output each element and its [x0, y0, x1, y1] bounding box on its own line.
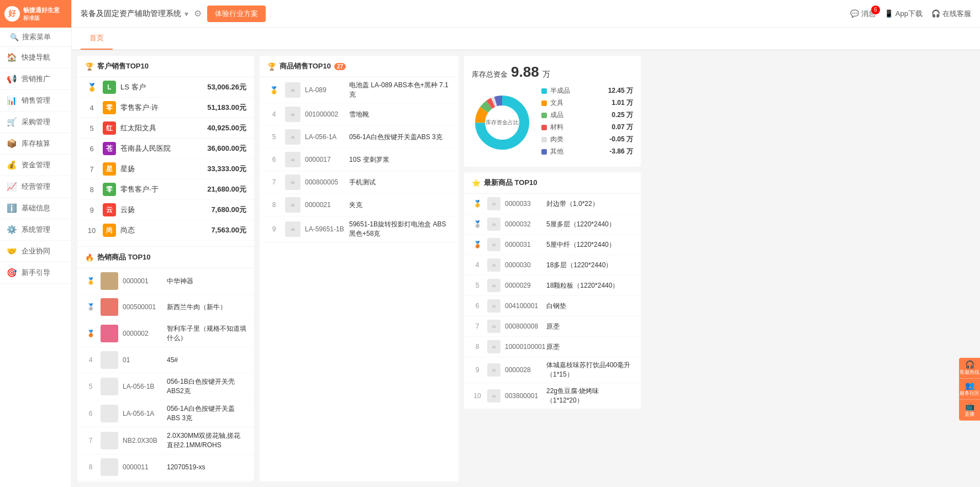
sidebar-item-guide[interactable]: 🎯 新手引导	[0, 262, 71, 284]
message-button[interactable]: 💬 消息 6	[850, 9, 876, 19]
customer-service-button[interactable]: 🎧 客服热线	[959, 358, 980, 379]
rank-medal: 🥈	[472, 220, 483, 228]
product-thumbnail	[101, 405, 118, 422]
product-thumbnail	[101, 351, 118, 369]
newest-products-header: ⭐ 最新商品 TOP10	[464, 172, 641, 194]
list-item: 4 Ai 001000002 雪地靴	[260, 103, 459, 126]
message-badge: 6	[871, 6, 880, 14]
list-item: 4 01 45#	[77, 347, 254, 373]
product-thumbnail: Ai	[285, 197, 301, 213]
sidebar-item-purchase[interactable]: 🛒 采购管理	[0, 112, 71, 133]
basic-info-icon: ℹ️	[7, 203, 17, 213]
newest-products-list: 🥇 Ai 0000033 封边带（1.0*22） 🥈 Ai 0000032 5厘…	[464, 194, 641, 409]
service-community-button[interactable]: 👥 服务社区	[959, 379, 980, 400]
product-thumbnail: Ai	[487, 279, 500, 292]
app-logo: 好 畅捷通好生意 标准版	[0, 0, 71, 28]
logo-icon: 好	[4, 6, 20, 22]
rank-medal: 🥇	[85, 277, 96, 285]
customer-ranking-panel: 🏆 客户销售TOP10 🥇 L LS 客户 53,006.26元 4 零	[77, 56, 254, 481]
product-sales-panel: 🏆 商品销售TOP10 27 🥇 Ai LA-089 电池盖 LA-089 AB…	[260, 56, 459, 481]
rank-num: 6	[85, 145, 98, 153]
sidebar-item-system[interactable]: ⚙️ 系统管理	[0, 219, 71, 241]
rank-num: 5	[85, 124, 98, 133]
inventory-panel: 库存总资金 9.88 万	[464, 56, 641, 167]
legend-item: 材料 0.07 万	[541, 123, 633, 132]
sidebar-item-operations[interactable]: 📈 经营管理	[0, 176, 71, 198]
list-item: 8 Ai 10000100001 原垄	[464, 337, 641, 357]
list-item: 7 Ai 000800008 原垄	[464, 316, 641, 337]
rank-num: 9	[85, 206, 98, 214]
list-item: 🥈 000500001 新西兰牛肉（新牛）	[77, 294, 254, 320]
list-item: 9 Ai 0000028 体城嘉枝味苏打饮品400毫升（1*15）	[464, 357, 641, 383]
legend-item: 肉类 -0.05 万	[541, 135, 633, 144]
rank-num: 7	[267, 178, 281, 186]
guide-icon: 🎯	[7, 268, 17, 278]
list-item: 🥈 Ai 0000032 5厘多层（1220*2440）	[464, 214, 641, 235]
sidebar-item-home[interactable]: 🏠 快捷导航	[0, 47, 71, 68]
sidebar-item-finance[interactable]: 💰 资金管理	[0, 155, 71, 176]
rank-num: 10	[85, 226, 98, 235]
list-item: 🥇 Ai LA-089 电池盖 LA-089 ABS本色+黑种 7.1克	[260, 77, 459, 103]
legend-item: 成品 0.25 万	[541, 110, 633, 120]
legend-dot	[541, 149, 547, 155]
sidebar-item-collab[interactable]: 🤝 企业协同	[0, 241, 71, 262]
content-body: 🏆 客户销售TOP10 🥇 L LS 客户 53,006.26元 4 零	[72, 50, 980, 487]
avatar: 苍	[103, 142, 116, 155]
rank-medal: 🥉	[85, 330, 96, 337]
list-item: 6 LA-056-1A 056-1A白色按键开关盖ABS 3克	[77, 400, 254, 427]
top-badge: 27	[334, 63, 346, 70]
newest-products-panel: ⭐ 最新商品 TOP10 🥇 Ai 0000033 封边带（1.0*22） 🥈 …	[464, 172, 641, 409]
list-item: 6 Ai 0000017 10S 变刺罗浆	[260, 149, 459, 171]
list-item: 5 Ai 0000029 18颗粒板（1220*2440）	[464, 276, 641, 296]
headset-float-icon: 🎧	[965, 360, 974, 369]
product-thumbnail: Ai	[487, 389, 500, 403]
trial-button[interactable]: 体验行业方案	[207, 6, 266, 22]
table-row: 7 星 星扬 33,333.00元	[77, 159, 254, 179]
settings-icon[interactable]: ⚙	[194, 8, 202, 19]
system-title: 装备及固定资产辅助管理系统 ▾	[81, 9, 188, 19]
home-icon: 🏠	[7, 52, 17, 62]
right-column: 库存总资金 9.88 万	[464, 56, 641, 481]
product-thumbnail: Ai	[285, 152, 301, 167]
search-menu[interactable]: 🔍 搜索菜单	[0, 28, 71, 47]
app-download-button[interactable]: 📱 App下载	[884, 9, 923, 19]
table-row: 9 云 云扬 7,680.00元	[77, 200, 254, 220]
list-item: 🥉 Ai 0000031 5厘中纤（1220*2440）	[464, 235, 641, 255]
legend-dot	[541, 88, 547, 94]
rank-num: 8	[267, 201, 281, 209]
avatar: 云	[103, 203, 116, 216]
table-row: 🥇 L LS 客户 53,006.26元	[77, 77, 254, 98]
legend-dot	[541, 125, 547, 130]
community-icon: 👥	[965, 381, 974, 390]
star-icon: ⭐	[472, 179, 481, 187]
product-sales-list: 🥇 Ai LA-089 电池盖 LA-089 ABS本色+黑种 7.1克 4 A…	[260, 77, 459, 242]
dropdown-arrow-icon[interactable]: ▾	[185, 9, 188, 18]
rank-medal-1: 🥇	[85, 83, 98, 92]
list-item: 9 KK-SD22110H 花语萌恒温分腿睡袋（厚款）	[77, 480, 254, 481]
avatar: 零	[103, 101, 116, 114]
donut-container: 库存资金占比 半成品 12.45 万 文具 1.01 万	[472, 86, 633, 159]
donut-chart: 库存资金占比	[472, 92, 533, 153]
list-item: 6 Ai 004100001 白钢垫	[464, 296, 641, 316]
product-thumbnail: Ai	[487, 197, 500, 210]
operations-icon: 📈	[7, 182, 17, 192]
online-service-button[interactable]: 🎧 在线客服	[931, 9, 971, 19]
live-stream-button[interactable]: 📺 直播	[959, 400, 980, 421]
sidebar-item-sales[interactable]: 📊 销售管理	[0, 90, 71, 112]
tab-home[interactable]: 首页	[81, 28, 113, 50]
sidebar-item-inventory[interactable]: 📦 库存核算	[0, 133, 71, 155]
product-thumbnail	[101, 458, 118, 476]
sidebar-item-basic-info[interactable]: ℹ️ 基础信息	[0, 198, 71, 219]
content-tabs: 首页	[72, 28, 980, 50]
legend-dot	[541, 100, 547, 106]
app-name: 畅捷通好生意 标准版	[23, 6, 60, 21]
product-thumbnail: Ai	[487, 258, 500, 272]
list-item: 8 0000011 12070519-xs	[77, 454, 254, 480]
rank-medal: 🥇	[472, 200, 483, 208]
inventory-legend: 半成品 12.45 万 文具 1.01 万 成品 0	[541, 86, 633, 159]
product-sales-header: 🏆 商品销售TOP10 27	[260, 56, 459, 77]
sidebar-item-marketing[interactable]: 📢 营销推广	[0, 68, 71, 90]
product-thumbnail: Ai	[285, 174, 301, 190]
list-item: 4 Ai 0000030 18多层（1220*2440）	[464, 255, 641, 276]
list-item: 10 Ai 003800001 22g鱼豆腐·烧烤味（1*12*20）	[464, 383, 641, 409]
